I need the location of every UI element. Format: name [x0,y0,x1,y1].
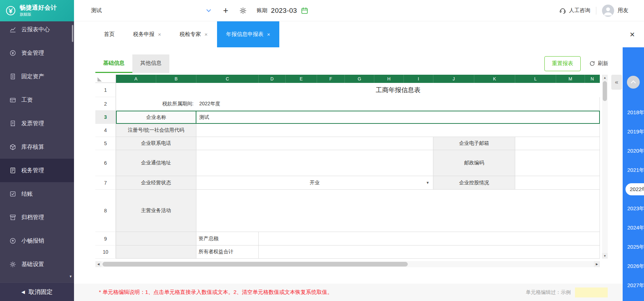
sidebar-item-salary[interactable]: 工资 [0,88,74,112]
row-number[interactable]: 3 [95,111,116,124]
row-number[interactable]: 2 [95,97,116,111]
add-account-button[interactable]: + [223,6,228,15]
vscroll-thumb[interactable] [603,81,607,101]
row-number[interactable]: 8 [95,190,116,232]
account-select[interactable]: 测试 [91,7,210,14]
tab-annual-report[interactable]: 年报信息申报表 × [217,21,280,47]
avatar[interactable] [602,5,614,17]
column-header[interactable]: A [116,75,156,83]
regno-value-cell[interactable] [196,124,600,137]
scroll-down-icon[interactable]: ▼ [602,253,608,259]
phone-value-cell[interactable] [196,137,433,150]
row-number[interactable]: 10 [95,245,116,259]
refresh-button[interactable]: 刷新 [589,60,608,67]
support-button[interactable]: 人工咨询 [559,7,590,14]
row-number[interactable]: 7 [95,176,116,190]
scroll-top-button[interactable] [627,76,640,89]
row-number[interactable]: 6 [95,150,116,176]
assets-value-cell[interactable] [259,232,600,245]
year-item-2022[interactable]: 2022年 [625,183,644,195]
sidebar-scrollbar[interactable] [72,25,73,42]
empty-cell[interactable] [116,83,196,97]
hscroll-thumb[interactable] [102,262,408,266]
column-header[interactable]: H [374,75,404,83]
year-item-2021[interactable]: 2021年 [623,160,644,180]
username[interactable]: 用友 [618,7,628,14]
holding-value-cell[interactable] [515,176,600,190]
dropdown-caret-icon[interactable]: ▼ [426,181,429,185]
sidebar-item-funds[interactable]: 资金管理 [0,41,74,65]
sheet-tab-other-info[interactable]: 其他信息 [132,54,169,73]
close-icon[interactable]: × [267,32,270,37]
sidebar-item-archive[interactable]: 归档管理 [0,206,74,229]
sidebar-item-tax[interactable]: 税务管理 [0,159,74,182]
sidebar-item-cloud-reports[interactable]: 云报表中心 [0,21,74,41]
close-page-icon[interactable]: × [630,30,635,39]
business-value-cell[interactable] [196,190,600,232]
sheet-tab-basic-info[interactable]: 基础信息 [95,54,132,73]
zip-value-cell[interactable] [515,150,600,176]
email-value-cell[interactable] [515,137,600,150]
calendar-icon[interactable] [301,7,308,15]
column-header[interactable]: E [286,75,317,83]
sidebar-item-closing[interactable]: 结账 [0,182,74,206]
period-value-cell[interactable]: 2022年度 [196,97,600,111]
corner-triangle-icon [97,77,102,81]
year-item-2025[interactable]: 2025年 [623,237,644,257]
unpin-button[interactable]: ◀ 取消固定 [0,282,74,301]
tab-home[interactable]: 首页 [95,21,124,47]
column-header[interactable]: J [433,75,474,83]
year-item-2019[interactable]: 2019年 [623,122,644,141]
sidebar-item-invoices[interactable]: 发票管理 [0,112,74,135]
column-header[interactable]: D [259,75,286,83]
collapse-panel-button[interactable]: « [611,75,622,90]
tab-tax-expert[interactable]: 税检专家 × [170,21,217,47]
column-header[interactable]: M [556,75,585,83]
column-header[interactable]: B [156,75,196,83]
year-item-2027[interactable]: 2027年 [623,276,644,295]
year-item-2024[interactable]: 2024年 [623,218,644,237]
sidebar-item-inventory[interactable]: 库存核算 [0,135,74,159]
sidebar-item-fixed-assets[interactable]: 固定资产 [0,65,74,88]
sidebar-item-settings[interactable]: 基础设置 [0,253,74,276]
sidebar-scroll-down-icon[interactable]: ▼ [69,275,72,278]
column-header[interactable]: N [585,75,600,83]
scroll-right-icon[interactable]: ▶ [594,261,600,267]
row-number[interactable]: 1 [95,83,116,97]
report-title-cell[interactable]: 工商年报信息表 [196,83,600,97]
regno-label-cell: 注册号/统一社会信用代码 [116,124,196,137]
year-item-2026[interactable]: 2026年 [623,257,644,276]
scroll-left-icon[interactable]: ◀ [95,261,101,267]
close-icon[interactable]: × [205,32,208,37]
company-name-value-cell[interactable]: 测试 [196,111,600,124]
column-header[interactable]: K [474,75,515,83]
sidebar-item-reimburse[interactable]: 小畅报销 [0,229,74,253]
column-header[interactable]: F [317,75,345,83]
close-icon[interactable]: × [158,32,161,37]
column-header[interactable]: L [515,75,556,83]
vertical-scrollbar[interactable]: ▲ ▼ [602,75,608,259]
equity-value-cell[interactable] [259,245,600,259]
horizontal-scrollbar[interactable]: ◀ ▶ [95,261,600,267]
address-label-cell: 企业通信地址 [116,150,196,176]
status-dropdown-cell[interactable]: 开业 ▼ [196,176,433,190]
reset-report-button[interactable]: 重置报表 [544,56,581,71]
year-item-2023[interactable]: 2023年 [623,199,644,218]
hscroll-track[interactable] [101,261,594,267]
select-all-corner[interactable] [95,75,116,83]
column-header[interactable]: C [196,75,259,83]
tab-tax-filing[interactable]: 税务申报 × [124,21,170,47]
empty-cell[interactable] [116,97,156,111]
scroll-up-icon[interactable]: ▲ [602,75,608,80]
table-row-selected: 3 企业名称 测试 [95,111,600,124]
row-number[interactable]: 5 [95,137,116,150]
year-item-2018[interactable]: 2018年 [623,103,644,122]
address-value-cell[interactable] [196,150,433,176]
year-item-2020[interactable]: 2020年 [623,141,644,160]
settings-gear-icon[interactable] [239,7,247,15]
column-header[interactable]: I [404,75,433,83]
row-number[interactable]: 9 [95,232,116,245]
row-number[interactable]: 4 [95,124,116,137]
column-header[interactable]: G [345,75,374,83]
tab-label: 首页 [104,31,115,38]
